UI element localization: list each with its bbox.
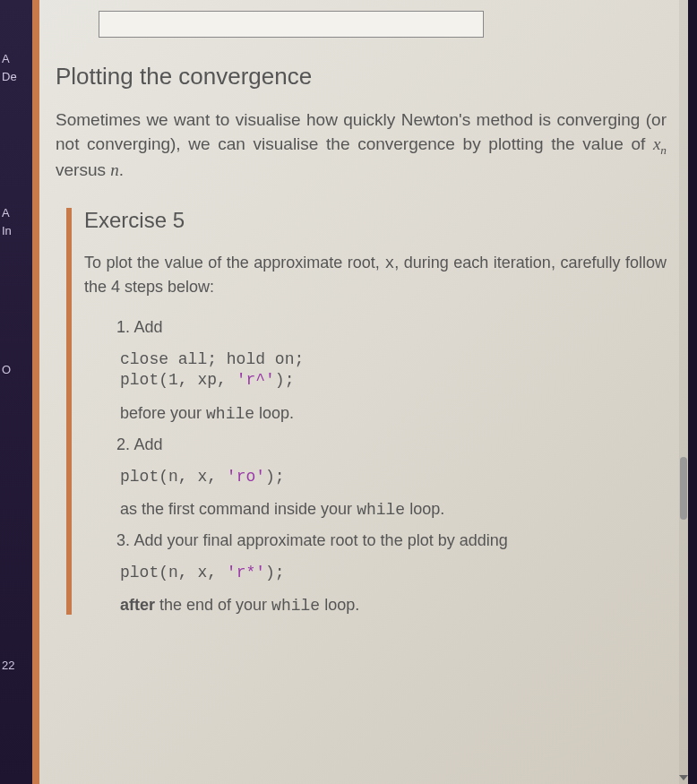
text-input-box[interactable] [99, 11, 484, 38]
code-block: plot(n, x, 'ro'); [120, 467, 667, 487]
exercise-title: Exercise 5 [84, 208, 667, 233]
exercise-intro: To plot the value of the approximate roo… [84, 251, 667, 298]
step-number: 2. [116, 435, 130, 453]
section-title: Plotting the convergence [56, 63, 667, 90]
scroll-down-icon[interactable] [679, 775, 688, 780]
step-list: 1. Add close all; hold on; plot(1, xp, '… [116, 318, 667, 616]
step-label: Add [133, 435, 162, 453]
sidebar-fragment: O [2, 363, 11, 376]
step-label: Add [133, 318, 162, 336]
sidebar-fragment: In [2, 224, 12, 237]
document-page: Plotting the convergence Sometimes we wa… [32, 0, 688, 784]
sidebar-fragment: A [2, 206, 10, 220]
step-label: Add your final approximate root to the p… [133, 531, 507, 549]
math-var-xn: xn [653, 134, 667, 153]
para-text: versus [56, 160, 110, 179]
scrollbar[interactable] [679, 0, 688, 784]
content-area: Plotting the convergence Sometimes we wa… [48, 0, 688, 638]
var-x: x [384, 254, 394, 272]
math-var-n: n [110, 160, 119, 179]
step-number: 3. [116, 531, 130, 549]
para-text: . [119, 160, 124, 179]
exercise-block: Exercise 5 To plot the value of the appr… [66, 208, 667, 616]
scrollbar-thumb[interactable] [680, 457, 687, 520]
sidebar-fragment: De [2, 70, 17, 83]
code-block: close all; hold on; plot(1, xp, 'r^'); [120, 349, 667, 392]
step-number: 1. [116, 318, 130, 336]
left-sidebar: A De A In O 22 [0, 0, 32, 784]
step-note: before your while loop. [120, 404, 667, 423]
section-paragraph: Sometimes we want to visualise how quick… [56, 108, 667, 183]
accent-bar [32, 0, 39, 784]
para-text: Sometimes we want to visualise how quick… [56, 110, 667, 153]
sidebar-fragment: 22 [2, 659, 14, 672]
step-note: after the end of your while loop. [120, 596, 667, 615]
step-2: 2. Add plot(n, x, 'ro'); as the first co… [116, 435, 667, 519]
step-1: 1. Add close all; hold on; plot(1, xp, '… [116, 318, 667, 423]
step-note: as the first command inside your while l… [120, 500, 667, 519]
sidebar-fragment: A [2, 52, 10, 65]
step-3: 3. Add your final approximate root to th… [116, 531, 667, 615]
code-block: plot(n, x, 'r*'); [120, 563, 667, 583]
